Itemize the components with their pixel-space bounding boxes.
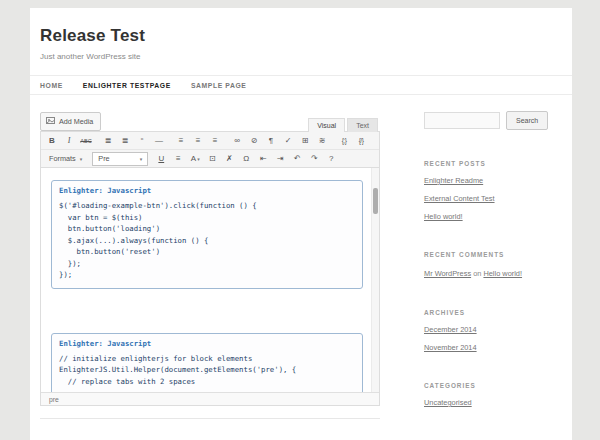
text-color-label: A	[191, 154, 196, 163]
main-nav: HOME ENLIGHTER TESTPAGE SAMPLE PAGE	[30, 75, 572, 95]
indent-button[interactable]: ⇥	[272, 152, 288, 166]
block-format-value: Pre	[98, 154, 109, 163]
comment-post-link[interactable]: Hello world!	[483, 269, 522, 278]
code-block: Enlighter: Javascript $('#loading-exampl…	[51, 180, 363, 289]
formats-dropdown[interactable]: Formats ▾	[44, 152, 87, 166]
site-header: Release Test Just another WordPress site	[30, 8, 572, 61]
spellcheck-button[interactable]: ✓	[280, 134, 296, 148]
code-block-title: Enlighter: Javascript	[59, 339, 355, 348]
recent-post-link[interactable]: External Content Test	[424, 194, 562, 203]
search-button[interactable]: Search	[506, 111, 548, 130]
editor-scrollbar[interactable]	[371, 168, 379, 392]
recent-comments-heading: RECENT COMMENTS	[424, 251, 562, 258]
recent-post-link[interactable]: Hello world!	[424, 212, 562, 221]
search-widget: Search	[424, 111, 562, 130]
code-line: $.ajax(...).always(function () {	[59, 235, 355, 247]
nav-item-home[interactable]: HOME	[40, 82, 63, 89]
bullet-list-button[interactable]: ≣	[100, 134, 116, 148]
formats-label: Formats	[49, 154, 76, 163]
enlighter-codegroup-button[interactable]: {/}	[353, 134, 369, 148]
paste-as-text-button[interactable]: ⊡	[204, 152, 220, 166]
page-card: Release Test Just another WordPress site…	[30, 8, 572, 440]
horizontal-rule-button[interactable]: —	[151, 134, 167, 148]
more-tag-button[interactable]: ¶	[263, 134, 279, 148]
code-block-title: Enlighter: Javascript	[59, 186, 355, 195]
help-button[interactable]: ?	[323, 152, 339, 166]
fullscreen-button[interactable]: ⊞	[297, 134, 313, 148]
code-block: Enlighter: Javascript // initialize enli…	[51, 333, 363, 393]
comment-author-link[interactable]: Mr WordPress	[424, 269, 471, 278]
content-columns: Add Media Visual Text B I ABC ≣ ≣ “ —	[30, 109, 572, 419]
code-line: EnlighterJS.Util.Helper(document.getElem…	[59, 364, 355, 376]
site-title[interactable]: Release Test	[40, 26, 562, 46]
add-media-button[interactable]: Add Media	[40, 112, 101, 131]
italic-button[interactable]: I	[61, 134, 77, 148]
underline-button[interactable]: U	[153, 152, 169, 166]
enlighter-insert-button[interactable]: {;}	[336, 134, 352, 148]
code-line: var btn = $(this)	[59, 212, 355, 224]
recent-post-link[interactable]: Enlighter Readme	[424, 176, 562, 185]
strikethrough-button[interactable]: ABC	[78, 134, 94, 148]
clear-formatting-button[interactable]: ✗	[221, 152, 237, 166]
toolbar-row2: Formats ▾ Pre ▾ U ≡ A▾ ⊡ ✗ Ω ⇤ ⇥ ↶	[41, 150, 379, 168]
justify-button[interactable]: ≡	[170, 152, 186, 166]
editor-content-area[interactable]: Enlighter: Javascript $('#loading-exampl…	[41, 168, 379, 392]
tab-visual[interactable]: Visual	[308, 118, 345, 132]
archive-link[interactable]: November 2014	[424, 343, 562, 352]
blockquote-button[interactable]: “	[134, 134, 150, 148]
code-line: btn.button('reset')	[59, 246, 355, 258]
editor-statusbar: pre	[41, 392, 379, 405]
nav-item-sample-page[interactable]: SAMPLE PAGE	[191, 82, 247, 89]
editor-column: Add Media Visual Text B I ABC ≣ ≣ “ —	[40, 109, 380, 419]
outdent-button[interactable]: ⇤	[255, 152, 271, 166]
align-center-button[interactable]: ≡	[190, 134, 206, 148]
chevron-down-icon: ▾	[80, 156, 83, 162]
align-left-button[interactable]: ≡	[173, 134, 189, 148]
categories-heading: CATEGORIES	[424, 382, 562, 389]
add-media-label: Add Media	[59, 117, 93, 126]
media-row: Add Media Visual Text	[40, 109, 380, 131]
code-line: });	[59, 269, 355, 281]
align-right-button[interactable]: ≡	[207, 134, 223, 148]
toolbar-row1: B I ABC ≣ ≣ “ — ≡ ≡ ≡ ∞ ⊘ ¶ ✓	[41, 132, 379, 150]
archive-link[interactable]: December 2014	[424, 325, 562, 334]
link-button[interactable]: ∞	[229, 134, 245, 148]
search-input[interactable]	[424, 112, 500, 129]
divider	[40, 418, 380, 419]
sidebar: Search RECENT POSTS Enlighter Readme Ext…	[424, 109, 562, 419]
code-line: btn.button('loading')	[59, 223, 355, 235]
editor-frame: B I ABC ≣ ≣ “ — ≡ ≡ ≡ ∞ ⊘ ¶ ✓	[40, 131, 380, 406]
nav-item-enlighter-testpage[interactable]: ENLIGHTER TESTPAGE	[83, 82, 171, 89]
recent-comment-item: Mr WordPress on Hello world!	[424, 268, 562, 279]
text-color-button[interactable]: A▾	[187, 152, 203, 166]
undo-button[interactable]: ↶	[289, 152, 305, 166]
bold-button[interactable]: B	[44, 134, 60, 148]
editor-mode-tabs: Visual Text	[308, 117, 378, 131]
category-link[interactable]: Uncategorised	[424, 398, 562, 407]
site-tagline: Just another WordPress site	[40, 52, 562, 61]
archives-heading: ARCHIVES	[424, 309, 562, 316]
chevron-down-icon: ▾	[197, 156, 200, 162]
chevron-down-icon: ▾	[140, 156, 143, 162]
recent-posts-heading: RECENT POSTS	[424, 160, 562, 167]
code-line: // replace tabs with 2 spaces	[59, 376, 355, 388]
unlink-button[interactable]: ⊘	[246, 134, 262, 148]
code-line: $('#loading-example-btn').click(function…	[59, 200, 355, 212]
numbered-list-button[interactable]: ≣	[117, 134, 133, 148]
code-line: });	[59, 258, 355, 270]
add-media-icon	[46, 116, 55, 127]
toolbar-toggle-button[interactable]: ≋	[314, 134, 330, 148]
redo-button[interactable]: ↷	[306, 152, 322, 166]
element-path[interactable]: pre	[49, 396, 59, 403]
comment-connector: on	[471, 269, 483, 278]
tab-text[interactable]: Text	[347, 118, 378, 132]
block-format-dropdown[interactable]: Pre ▾	[92, 152, 148, 166]
scrollbar-thumb[interactable]	[373, 188, 378, 214]
special-character-button[interactable]: Ω	[238, 152, 254, 166]
code-line: // initialize enlighterjs for block elem…	[59, 353, 355, 365]
